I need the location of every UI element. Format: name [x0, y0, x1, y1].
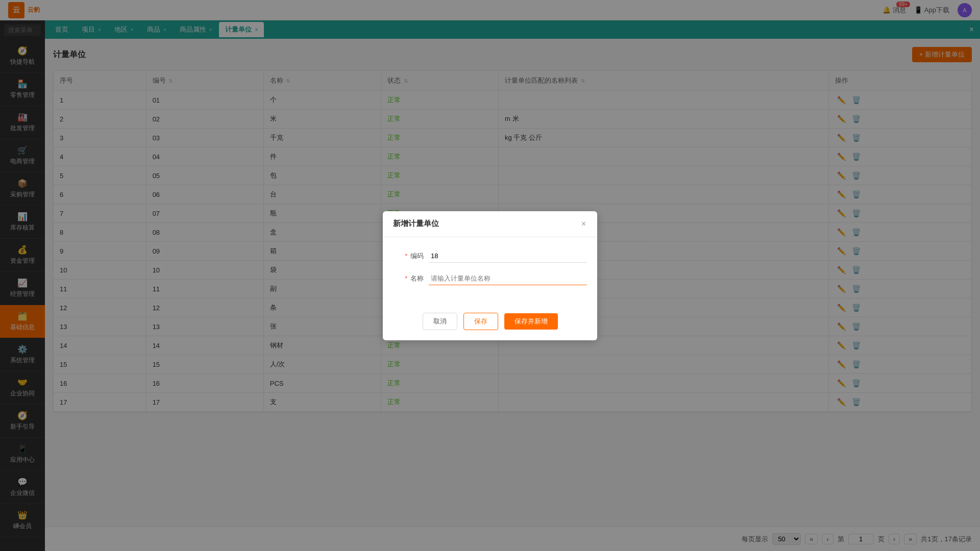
code-label-text: 编码 — [410, 252, 424, 260]
modal-close-button[interactable]: × — [580, 218, 587, 230]
modal-footer: 取消 保存 保存并新增 — [383, 307, 597, 340]
code-input[interactable] — [429, 249, 587, 263]
save-button[interactable]: 保存 — [463, 313, 498, 330]
modal-overlay[interactable]: 新增计量单位 × * 编码 * 名称 取消 保存 保存并新增 — [0, 0, 980, 551]
add-unit-modal: 新增计量单位 × * 编码 * 名称 取消 保存 保存并新增 — [383, 211, 597, 340]
save-and-new-button[interactable]: 保存并新增 — [504, 313, 558, 330]
form-row-code: * 编码 — [393, 249, 587, 263]
name-label: * 名称 — [393, 274, 429, 283]
modal-title: 新增计量单位 — [393, 219, 439, 229]
required-star: * — [405, 252, 407, 260]
modal-body: * 编码 * 名称 — [383, 237, 597, 307]
required-star-name: * — [405, 274, 407, 282]
name-input[interactable] — [429, 272, 587, 285]
code-label: * 编码 — [393, 252, 429, 261]
cancel-button[interactable]: 取消 — [423, 313, 457, 330]
modal-header: 新增计量单位 × — [383, 211, 597, 237]
name-label-text: 名称 — [410, 274, 424, 282]
form-row-name: * 名称 — [393, 272, 587, 285]
